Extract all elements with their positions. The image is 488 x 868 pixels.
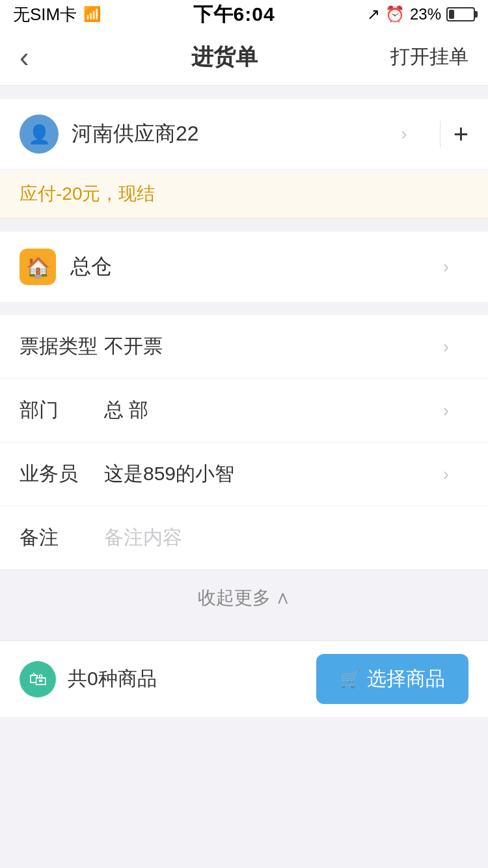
back-chevron-icon: ‹ (20, 41, 29, 74)
invoice-value: 不开票 (104, 333, 443, 360)
status-bar: 无SIM卡 📶 下午6:04 ↗ ⏰ 23% (0, 0, 488, 29)
location-icon: ↗ (367, 5, 380, 23)
alarm-icon: ⏰ (385, 5, 405, 23)
status-time: 下午6:04 (193, 1, 275, 28)
supplier-avatar: 👤 (20, 115, 59, 154)
product-icon: 🛍 (20, 661, 56, 698)
department-label: 部门 (20, 397, 104, 424)
gap-4 (0, 626, 488, 639)
notice-bar: 应付-20元，现结 (0, 170, 488, 219)
remark-placeholder[interactable]: 备注内容 (104, 524, 468, 551)
collapse-button[interactable]: 收起更多 ∧ (0, 569, 488, 626)
status-left: 无SIM卡 📶 (13, 3, 101, 26)
warehouse-chevron-icon: › (443, 256, 449, 277)
salesperson-row[interactable]: 业务员 这是859的小智 › (0, 442, 488, 506)
select-btn-label: 选择商品 (367, 666, 445, 692)
salesperson-chevron-icon: › (443, 464, 449, 485)
avatar-icon: 👤 (28, 124, 51, 145)
gap-2 (0, 219, 488, 232)
rest-area (0, 717, 488, 868)
wifi-icon: 📶 (83, 6, 101, 23)
status-right: ↗ ⏰ 23% (367, 5, 475, 23)
warehouse-card[interactable]: 🏠 总仓 › (0, 232, 488, 302)
gap-3 (0, 302, 488, 315)
cart-icon: 🛍 (29, 668, 47, 690)
back-button[interactable]: ‹ (20, 41, 59, 74)
invoice-chevron-icon: › (443, 336, 449, 357)
department-chevron-icon: › (443, 400, 449, 421)
battery-icon (446, 7, 475, 21)
bottom-bar: 🛍 共0种商品 🛒 选择商品 (0, 640, 488, 717)
supplier-card: 👤 河南供应商22 › + 应付-20元，现结 (0, 99, 488, 219)
supplier-chevron-icon: › (401, 124, 407, 144)
form-card: 票据类型 不开票 › 部门 总 部 › 业务员 这是859的小智 › 备注 备注… (0, 315, 488, 626)
supplier-name: 河南供应商22 (72, 120, 401, 148)
warehouse-icon: 🏠 (20, 249, 56, 285)
select-cart-icon: 🛒 (340, 669, 360, 689)
remark-label: 备注 (20, 524, 104, 551)
warehouse-row[interactable]: 🏠 总仓 › (0, 232, 488, 302)
warehouse-name: 总仓 (70, 252, 443, 281)
department-row[interactable]: 部门 总 部 › (0, 378, 488, 442)
remark-row[interactable]: 备注 备注内容 (0, 506, 488, 569)
nav-bar: ‹ 进货单 打开挂单 (0, 29, 488, 86)
signal-text: 无SIM卡 (13, 3, 77, 26)
open-hang-button[interactable]: 打开挂单 (390, 44, 468, 70)
house-icon: 🏠 (26, 256, 50, 278)
invoice-label: 票据类型 (20, 333, 104, 360)
notice-text: 应付-20元，现结 (20, 183, 155, 204)
add-button[interactable]: + (454, 120, 468, 149)
divider (440, 121, 441, 147)
salesperson-value: 这是859的小智 (104, 461, 443, 487)
supplier-row[interactable]: 👤 河南供应商22 › + (0, 99, 488, 170)
battery-percent: 23% (410, 5, 441, 23)
page-title: 进货单 (191, 42, 258, 72)
invoice-row[interactable]: 票据类型 不开票 › (0, 315, 488, 378)
department-value: 总 部 (104, 397, 443, 424)
gap-1 (0, 86, 488, 99)
product-count: 共0种商品 (68, 666, 316, 692)
collapse-label: 收起更多 ∧ (198, 588, 291, 608)
select-product-button[interactable]: 🛒 选择商品 (316, 654, 468, 704)
salesperson-label: 业务员 (20, 461, 104, 487)
